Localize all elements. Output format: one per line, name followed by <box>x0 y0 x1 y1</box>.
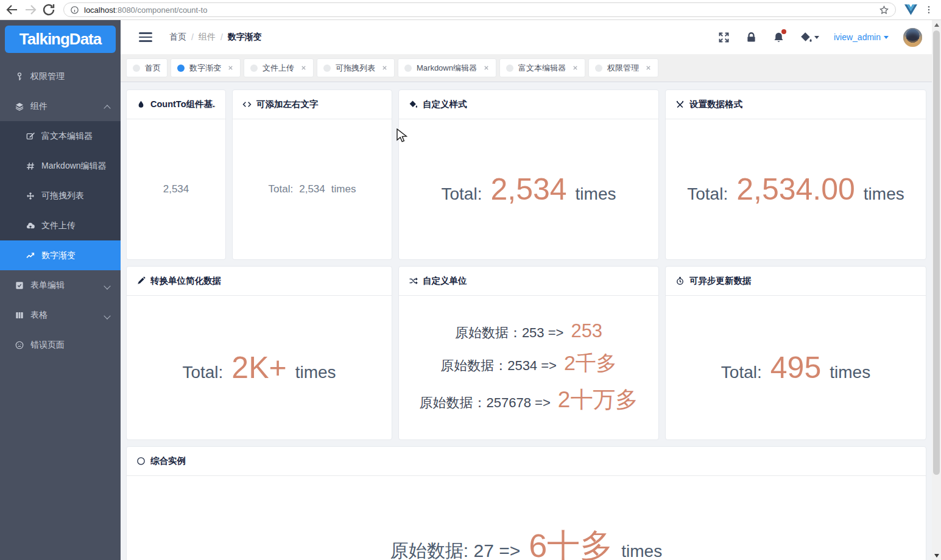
unit-row: 原始数据：2534 =>2千多 <box>440 349 617 377</box>
card-simplify-unit: 转换单位简化数据 Total:2K+times <box>126 266 392 440</box>
sidebar-item-label: 可拖拽列表 <box>41 191 111 201</box>
forward-arrow-icon[interactable] <box>23 2 38 17</box>
tag-label: 可拖拽列表 <box>336 63 375 74</box>
tag-file-upload[interactable]: 文件上传 <box>244 58 314 77</box>
tag-label: 文件上传 <box>263 63 294 74</box>
main-area: 首页 / 组件 / 数字渐变 <box>121 20 932 560</box>
sidebar-item-components[interactable]: 组件 <box>0 91 121 121</box>
tag-count-to[interactable]: 数字渐变 <box>171 58 241 77</box>
sidebar-item-draggable-list[interactable]: 可拖拽列表 <box>0 181 121 211</box>
app-frame: TalkingData 权限管理 组件 富文本编辑器 <box>0 20 941 560</box>
checkbox-icon <box>15 281 24 290</box>
tag-markdown-editor[interactable]: Markdown编辑器 <box>398 58 496 77</box>
sidebar-item-count-to[interactable]: 数字渐变 <box>0 240 121 270</box>
card-title: 自定义样式 <box>423 99 467 110</box>
url-text[interactable]: localhost:8080/component/count-to <box>84 5 207 15</box>
browser-menu-icon[interactable] <box>922 2 936 17</box>
tag-home[interactable]: 首页 <box>126 58 167 77</box>
breadcrumb-current: 数字渐变 <box>228 32 262 43</box>
sidebar-item-permission[interactable]: 权限管理 <box>0 61 121 91</box>
info-icon[interactable] <box>70 5 79 15</box>
tag-permission[interactable]: 权限管理 <box>588 58 658 77</box>
breadcrumb-home[interactable]: 首页 <box>169 32 186 43</box>
tag-dot <box>506 65 513 72</box>
count-line: Total:2,534.00times <box>687 172 904 207</box>
close-icon[interactable] <box>300 65 307 71</box>
tag-dot <box>595 65 602 72</box>
sidebar-item-form-editor[interactable]: 表单编辑 <box>0 270 121 300</box>
tag-dot <box>177 65 185 72</box>
sidebar-item-table[interactable]: 表格 <box>0 300 121 330</box>
shuffle-icon <box>409 276 418 285</box>
tag-dot <box>404 65 412 72</box>
sidebar-item-label: 表格 <box>30 310 105 321</box>
breadcrumb-components[interactable]: 组件 <box>199 32 216 43</box>
bell-icon[interactable] <box>772 31 785 44</box>
close-icon[interactable] <box>645 65 652 71</box>
username: iview_admin <box>834 32 881 42</box>
fullscreen-icon[interactable] <box>717 31 730 44</box>
tag-draggable-list[interactable]: 可拖拽列表 <box>317 58 395 77</box>
globe-icon <box>136 457 146 466</box>
breadcrumb-separator: / <box>191 32 194 42</box>
breadcrumb-separator: / <box>220 32 223 42</box>
theme-picker[interactable] <box>800 31 819 44</box>
sidebar-item-label: 数字渐变 <box>41 250 111 261</box>
unit-row: 原始数据：257678 =>2十万多 <box>420 385 638 415</box>
close-icon[interactable] <box>227 65 234 71</box>
sidebar-item-markdown-editor[interactable]: Markdown编辑器 <box>0 151 121 181</box>
stopwatch-icon <box>675 276 685 285</box>
card-title: 设置数据格式 <box>689 99 742 110</box>
unit-examples: 原始数据：253 =>253 原始数据：2534 =>2千多 原始数据：2576… <box>420 320 638 415</box>
sidebar: TalkingData 权限管理 组件 富文本编辑器 <box>0 20 121 560</box>
card-countto-basic: CountTo组件基... 2,534 <box>126 89 226 260</box>
card-title: CountTo组件基... <box>150 99 216 110</box>
sidebar-item-error-page[interactable]: 错误页面 <box>0 330 121 360</box>
vue-devtools-icon[interactable] <box>903 2 918 17</box>
card-title: 自定义单位 <box>423 275 467 287</box>
card-title: 综合实例 <box>150 455 186 467</box>
tag-dot <box>323 65 331 72</box>
avatar[interactable] <box>903 28 922 47</box>
layers-icon <box>15 102 24 111</box>
tag-dot <box>250 65 258 72</box>
close-icon[interactable] <box>483 65 490 71</box>
user-dropdown[interactable]: iview_admin <box>834 32 889 42</box>
card-prefix-suffix: 可添加左右文字 Total:2,534times <box>232 89 392 260</box>
bookmark-star-icon[interactable] <box>879 5 889 15</box>
sad-face-icon <box>15 340 24 350</box>
tag-label: 首页 <box>145 63 161 74</box>
move-icon <box>26 191 35 201</box>
scroll-down-arrow-icon[interactable] <box>932 551 941 560</box>
sidebar-item-label: 组件 <box>30 101 105 112</box>
app-logo[interactable]: TalkingData <box>5 26 116 53</box>
hamburger-menu-icon[interactable] <box>139 32 152 42</box>
page-scrollbar[interactable] <box>932 20 941 560</box>
close-icon[interactable] <box>381 65 388 71</box>
card-custom-style: 自定义样式 Total:2,534times <box>398 89 659 260</box>
close-icon[interactable] <box>572 65 579 71</box>
compose-icon <box>26 131 35 141</box>
lock-icon[interactable] <box>745 31 758 44</box>
address-bar[interactable]: localhost:8080/component/count-to <box>63 2 896 17</box>
sidebar-item-file-upload[interactable]: 文件上传 <box>0 211 121 240</box>
water-drop-icon <box>136 100 146 109</box>
card-combined-example: 综合实例 原始数据: 27 =>6十多times <box>126 446 926 560</box>
cloud-upload-icon <box>26 221 35 231</box>
back-arrow-icon[interactable] <box>5 2 19 17</box>
tag-dot <box>133 65 140 72</box>
hash-icon <box>26 161 35 171</box>
card-custom-unit: 自定义单位 原始数据：253 =>253 原始数据：2534 =>2千多 原始数… <box>398 266 659 440</box>
sidebar-item-rich-text-editor[interactable]: 富文本编辑器 <box>0 121 121 151</box>
refresh-icon[interactable] <box>41 2 56 17</box>
count-line: Total:2,534times <box>269 183 356 195</box>
card-title: 可异步更新数据 <box>689 275 752 287</box>
browser-toolbar: localhost:8080/component/count-to <box>0 0 941 20</box>
count-line: Total:495times <box>721 350 870 385</box>
scroll-up-arrow-icon[interactable] <box>932 20 941 29</box>
chevron-up-icon <box>105 103 111 110</box>
chevron-down-icon <box>105 312 111 318</box>
tag-rich-text-editor[interactable]: 富文本编辑器 <box>499 58 585 77</box>
card-title: 转换单位简化数据 <box>150 275 221 287</box>
scrollbar-thumb[interactable] <box>933 30 940 475</box>
